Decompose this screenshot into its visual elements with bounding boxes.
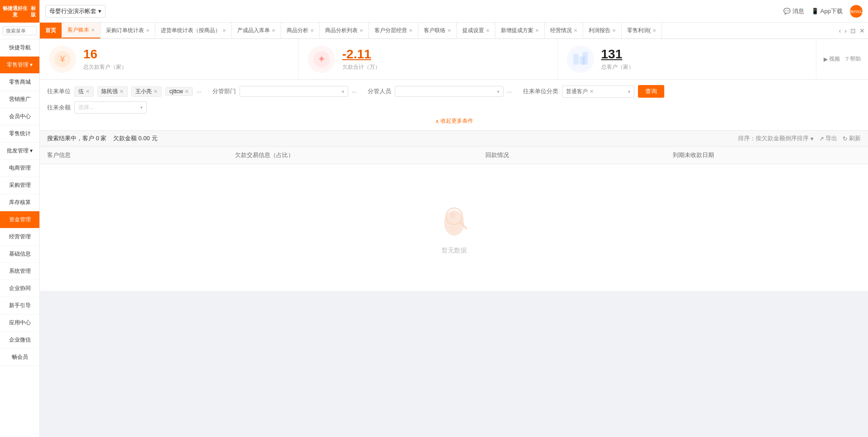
close-tab-business-status[interactable]: ✕: [574, 28, 577, 33]
tab-promotion-settings[interactable]: 提成设置 ✕: [457, 23, 495, 38]
app-download-btn[interactable]: 📱 App下载: [811, 7, 843, 15]
tab-next-arrow[interactable]: ›: [843, 27, 848, 34]
tab-purchase-order-stats[interactable]: 采购订单统计表 ✕: [101, 23, 155, 38]
collapse-up-icon: ∧: [435, 118, 439, 124]
stat-label-debt: 欠款合计（万）: [342, 63, 380, 71]
sidebar-item-vip-member[interactable]: 畅会员: [0, 349, 39, 366]
sidebar-item-member-center[interactable]: 会员中心: [0, 108, 39, 125]
sidebar-item-retail-mgmt[interactable]: 零售管理 ▾: [0, 57, 39, 74]
svg-text:✦: ✦: [317, 53, 326, 65]
remove-category-tag[interactable]: ✕: [590, 89, 594, 95]
sidebar-item-corp-wechat[interactable]: 企业微信: [0, 332, 39, 349]
remove-tag-cjttcw[interactable]: ✕: [185, 89, 189, 95]
tab-customer-ledger[interactable]: 客户账本 ✕: [62, 23, 101, 38]
sidebar-item-app-center[interactable]: 应用中心: [0, 314, 39, 332]
table-header: 客户信息 欠款交易信息（占比） 回款情况 到期未收款日期: [40, 147, 868, 164]
category-selector[interactable]: 普通客户 ✕ ▾: [562, 86, 634, 98]
sidebar-item-batch-mgmt[interactable]: 批发管理 ▾: [0, 142, 39, 160]
remove-tag-wu[interactable]: ✕: [86, 89, 90, 95]
empty-illustration: [434, 200, 475, 241]
tab-business-status[interactable]: 经营情况 ✕: [545, 23, 583, 38]
person-selector[interactable]: ▾: [395, 86, 504, 97]
sidebar-item-marketing[interactable]: 营销推广: [0, 91, 39, 108]
tab-prev-arrow[interactable]: ‹: [838, 27, 843, 34]
stat-label-all-customers: 总客户（家）: [601, 63, 634, 71]
sidebar-item-purchase-mgmt[interactable]: 采购管理: [0, 177, 39, 194]
query-button[interactable]: 查询: [638, 85, 664, 98]
stat-icon-debt: ✦: [308, 46, 335, 73]
search-input[interactable]: [3, 26, 37, 35]
close-tab-new-promotion-plan[interactable]: ✕: [535, 28, 539, 33]
close-tab-goods-analysis[interactable]: ✕: [310, 28, 314, 33]
svg-text:¥: ¥: [59, 54, 65, 64]
tab-close-all-icon[interactable]: ✕: [858, 27, 866, 34]
stats-bar: ¥ 16 总欠款客户（家） ✦ -2.11 欠款合计（万）: [40, 39, 868, 80]
close-tab-purchase-order-stats[interactable]: ✕: [146, 28, 149, 33]
filter-dept-label: 分管部门: [212, 87, 236, 95]
remove-tag-chen[interactable]: ✕: [120, 89, 124, 95]
stat-all-customers: 131 总客户（家）: [558, 39, 817, 79]
tab-retail-profit[interactable]: 零售利润( ✕: [622, 23, 662, 38]
close-tab-goods-analysis-list[interactable]: ✕: [360, 28, 363, 33]
close-tab-goods-stats[interactable]: ✕: [222, 28, 226, 33]
filter-more-units[interactable]: ···: [197, 88, 201, 95]
sidebar-item-inventory[interactable]: 库存核算: [0, 194, 39, 211]
stat-label-customers: 总欠款客户（家）: [83, 63, 127, 71]
message-icon: 💬: [783, 8, 791, 14]
message-btn[interactable]: 💬 消息: [783, 7, 804, 15]
sidebar-item-sys-mgmt[interactable]: 系统管理: [0, 263, 39, 280]
filter-unit-label: 往来单位: [47, 87, 71, 95]
filter-row-2: 往来余额 选择... ▾: [47, 101, 861, 114]
main-area: 母婴行业演示帐套 ▾ 💬 消息 📱 App下载 demo2 首页 客户账本 ✕: [40, 0, 868, 437]
tab-profit-report[interactable]: 利润报告 ✕: [583, 23, 622, 38]
stat-icon-all-customers: [567, 46, 594, 73]
avatar[interactable]: demo2: [850, 5, 863, 18]
balance-chevron-icon: ▾: [140, 105, 143, 110]
close-tab-promotion-settings[interactable]: ✕: [486, 28, 489, 33]
collapse-button[interactable]: ∧ 收起更多条件: [435, 117, 473, 125]
sidebar-item-retail-stats[interactable]: 零售统计: [0, 125, 39, 142]
filter-more-dept[interactable]: ···: [352, 88, 357, 95]
sidebar-item-ops-mgmt[interactable]: 经营管理: [0, 228, 39, 246]
tab-customer-segment[interactable]: 客户分层经营 ✕: [369, 23, 418, 38]
dept-selector[interactable]: ▾: [240, 86, 348, 97]
svg-rect-4: [573, 54, 579, 65]
svg-rect-6: [582, 52, 588, 65]
stat-value-debt: -2.11: [342, 47, 380, 62]
sidebar-item-capital-mgmt[interactable]: 资金管理: [0, 211, 39, 228]
refresh-btn[interactable]: ↻ 刷新: [843, 134, 861, 142]
sidebar-item-new-guide[interactable]: 新手引导: [0, 297, 39, 314]
close-tab-profit-report[interactable]: ✕: [612, 28, 616, 33]
sidebar-item-ecommerce-mgmt[interactable]: 电商管理: [0, 160, 39, 177]
tab-goods-analysis[interactable]: 商品分析 ✕: [281, 23, 320, 38]
tab-home[interactable]: 首页: [40, 23, 62, 38]
account-selector[interactable]: 母婴行业演示帐套 ▾: [45, 5, 106, 18]
remove-tag-wang[interactable]: ✕: [153, 89, 158, 95]
tab-product-inbound[interactable]: 产成品入库单 ✕: [232, 23, 281, 38]
sort-selector[interactable]: 排序：按欠款金额倒序排序 ▾: [738, 134, 814, 142]
sidebar-item-basic-info[interactable]: 基础信息: [0, 246, 39, 263]
tab-new-promotion-plan[interactable]: 新增提成方案 ✕: [495, 23, 545, 38]
help-btn[interactable]: ? 帮助: [845, 55, 861, 63]
close-tab-retail-profit[interactable]: ✕: [652, 28, 656, 33]
tab-goods-stats[interactable]: 进货单统计表（按商品） ✕: [155, 23, 232, 38]
empty-state: 暂无数据: [40, 164, 868, 291]
balance-selector[interactable]: 选择... ▾: [74, 101, 147, 114]
close-tab-customer-connect[interactable]: ✕: [447, 28, 451, 33]
stats-actions: ▶ 视频 ? 帮助: [816, 39, 868, 79]
tab-expand-icon[interactable]: ⊡: [849, 27, 857, 34]
tab-customer-connect[interactable]: 客户联络 ✕: [418, 23, 457, 38]
sidebar-item-quick-nav[interactable]: 快捷导航: [0, 39, 39, 57]
filter-more-person[interactable]: ···: [507, 88, 512, 95]
video-btn[interactable]: ▶ 视频: [824, 55, 840, 63]
close-tab-customer-ledger[interactable]: ✕: [91, 28, 95, 33]
tab-goods-analysis-list[interactable]: 商品分析列表 ✕: [320, 23, 369, 38]
sidebar-item-retail-mall[interactable]: 零售商城: [0, 74, 39, 91]
data-table: 客户信息 欠款交易信息（占比） 回款情况 到期未收款日期: [40, 147, 868, 291]
sidebar: 畅捷通好生意 标版 快捷导航 零售管理 ▾ 零售商城 营销推广 会员中心 零售统…: [0, 0, 40, 437]
export-btn[interactable]: ↗ 导出: [819, 134, 837, 142]
close-tab-customer-segment[interactable]: ✕: [409, 28, 412, 33]
sidebar-item-corp-collab[interactable]: 企业协同: [0, 280, 39, 297]
th-repayment: 回款情况: [485, 151, 673, 159]
close-tab-product-inbound[interactable]: ✕: [272, 28, 275, 33]
